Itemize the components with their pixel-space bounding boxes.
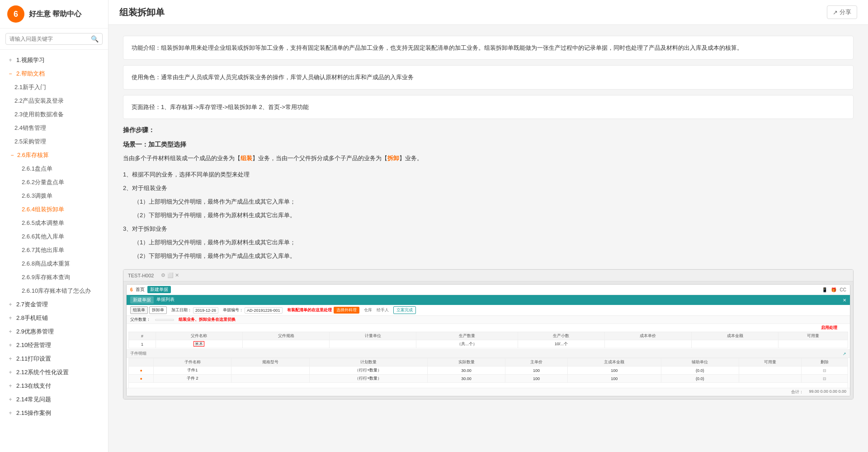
sidebar-item-2-3[interactable]: 2.3使用前数据准备	[0, 108, 108, 121]
annotation4-label: 无固定清单可组装在这里录入	[163, 396, 216, 396]
mock-form-tabs: 新建单据 单据列表	[130, 296, 175, 304]
sidebar-item-2-12[interactable]: + 2.12系统个性化设置	[0, 366, 108, 379]
mock-sub-cell-name2: 子件 2	[154, 375, 231, 383]
step-3-1: （1）上部明细为父件明细，最终作为原材料生成其它出库单；	[134, 237, 854, 248]
mock-sub-th-aux-unit: 辅助单位	[661, 358, 739, 366]
sidebar-item-2-5[interactable]: 2.5采购管理	[0, 135, 108, 148]
sidebar-item-2-6-9[interactable]: 2.6.9库存账本查询	[0, 271, 108, 284]
sidebar-item-label: 2.6.5成本调整单	[22, 219, 64, 227]
sidebar-item-2-6-5[interactable]: 2.6.5成本调整单	[0, 216, 108, 230]
sidebar-item-label: 2.6.7其他出库单	[22, 246, 64, 254]
sidebar-item-2-2[interactable]: 2.2产品安装及登录	[0, 94, 108, 108]
mock-sub-cell-plan2: （行行+数量）	[309, 375, 427, 383]
mock-btn-select[interactable]: 选择外科理	[334, 307, 359, 314]
share-button[interactable]: ↗ 分享	[827, 5, 857, 19]
mock-form-close[interactable]: ✕	[843, 298, 846, 303]
sidebar-item-2-10[interactable]: + 2.10经营管理	[0, 338, 108, 352]
sidebar-item-2-1[interactable]: 2.1新手入门	[0, 81, 108, 94]
expand-icon: +	[7, 396, 14, 403]
expand-icon: −	[7, 71, 14, 77]
mock-parent-th-decimal: 生产小数	[518, 332, 604, 340]
sidebar-item-2-14[interactable]: + 2.14常见问题	[0, 393, 108, 406]
mock-sub-header-expand[interactable]: ↗	[843, 352, 846, 356]
mock-form-header: 新建单据 单据列表 ✕	[127, 295, 850, 305]
mock-tab-list[interactable]: 单据列表	[156, 296, 175, 304]
sidebar-item-2-11[interactable]: + 2.11打印设置	[0, 352, 108, 366]
sidebar-item-2-6-1[interactable]: 2.6.1盘点单	[0, 162, 108, 176]
mock-logo: 6	[130, 287, 133, 292]
search-box[interactable]: 🔍	[5, 33, 103, 45]
mock-username: CC	[840, 287, 846, 292]
mock-parent-th-spec: 父件规格	[243, 332, 330, 340]
sidebar-item-2-6[interactable]: − 2.6库存核算	[0, 148, 108, 162]
sidebar-item-label: 2.6.4组装拆卸单	[22, 205, 64, 214]
mock-date-value[interactable]: 2019-12-26	[193, 307, 218, 314]
mock-btn-apply[interactable]: 立案完成	[393, 306, 416, 314]
mock-sub-th-actual-qty: 实际数量	[427, 358, 505, 366]
mock-sub-cell-name: 子件1	[154, 366, 231, 375]
mock-app: 6 首页 新建单据 📱 🎁 CC	[126, 284, 850, 396]
screenshot-bar-code: TEST-H002	[128, 273, 154, 278]
mock-sub-cell-del[interactable]: ⊟	[801, 366, 848, 375]
screenshot-bar: TEST-H002 ⚙ ⬜ ✕	[123, 270, 853, 281]
sidebar-item-2-6-4[interactable]: 2.6.4组装拆卸单	[0, 203, 108, 216]
search-input[interactable]	[9, 36, 91, 42]
mock-tab-new[interactable]: 新建单据	[130, 296, 154, 304]
sidebar-item-2[interactable]: − 2.帮助文档	[0, 67, 108, 81]
mock-sub-cell-price: 100	[505, 366, 568, 375]
mock-code-label: 单据编号：	[223, 307, 243, 313]
table-row: ● 子件 2 （行行+数量） 30.00 100 100 (0.0)	[129, 375, 848, 383]
sidebar-item-label: 2.3使用前数据准备	[14, 110, 64, 119]
scenario1-desc: 当由多个子件材料组装成一个成品的业务为【组装】业务，当由一个父件拆分成多个子产品…	[123, 152, 854, 164]
steps-list: 1、根据不同的业务，选择不同单据的类型来处理 2、对于组装业务 （1）上部明细为…	[123, 169, 854, 262]
sidebar-item-2-15[interactable]: + 2.15操作案例	[0, 406, 108, 420]
mock-code-value[interactable]: AD-20191226-001	[245, 307, 283, 314]
sidebar-item-label: 2.1新手入门	[14, 83, 46, 91]
mock-parent-th-cost-amt: 成本金额	[691, 332, 778, 340]
sidebar-item-2-6-10[interactable]: 2.6.10库存账本错了怎么办	[0, 284, 108, 298]
mock-sub-cell-sel2: ●	[129, 375, 154, 383]
step-2-2: （2）下部明细为子件明细，最终作为原材料生成其它出库单。	[134, 209, 854, 221]
sidebar-item-2-6-6[interactable]: 2.6.6其他入库单	[0, 230, 108, 243]
mock-sub-cell-del2[interactable]: ⊟	[801, 375, 848, 383]
mock-cell-avail	[778, 340, 848, 348]
mock-cell-unit	[330, 340, 416, 348]
sidebar-item-label: 2.6.1盘点单	[22, 165, 52, 173]
table-row: 1 米木 （共...个） 10/...个	[129, 340, 848, 348]
sidebar-item-label: 2.帮助文档	[16, 70, 45, 78]
sidebar-item-2-8[interactable]: + 2.8手机旺铺	[0, 311, 108, 325]
mock-sub-cell-cost: 100	[567, 366, 661, 375]
share-label: 分享	[840, 8, 851, 16]
mock-cell-name-input[interactable]: 米木	[193, 341, 204, 347]
step-2-1: （1）上部明细为父件明细，最终作为产成品生成其它入库单；	[134, 196, 854, 208]
step-3-2: （2）下部明细为子件明细，最终作为产成品生成其它入库单。	[134, 250, 854, 262]
mock-annotation3-row: 启用处理	[127, 324, 850, 332]
mock-sub-cell-spec2	[231, 375, 309, 383]
mock-cell-num: 1	[129, 340, 156, 348]
mock-parent-th-unit: 计量单位	[330, 332, 416, 340]
sidebar-item-2-9[interactable]: + 2.9优惠券管理	[0, 325, 108, 338]
sidebar-item-2-6-3[interactable]: 2.6.3调拨单	[0, 189, 108, 203]
sidebar-item-2-7[interactable]: + 2.7资金管理	[0, 298, 108, 311]
search-icon[interactable]: 🔍	[91, 35, 99, 43]
sidebar-item-label: 2.6.9库存账本查询	[22, 273, 70, 281]
mock-type-chaijie[interactable]: 拆卸单	[149, 306, 167, 314]
expand-icon: +	[7, 410, 14, 416]
mock-type-zhuangzu[interactable]: 组装单	[130, 306, 148, 314]
sidebar-item-2-4[interactable]: 2.4销售管理	[0, 121, 108, 135]
sidebar-item-2-6-2[interactable]: 2.6.2分量盘点单	[0, 176, 108, 189]
sidebar-item-2-6-8[interactable]: 2.6.8商品成本重算	[0, 257, 108, 271]
mock-sub-th-cost: 主成本金额	[567, 358, 661, 366]
mock-sub-qty-input[interactable]	[155, 319, 174, 321]
mock-cell-name: 米木	[156, 340, 242, 348]
function-intro-block: 功能介绍：组装拆卸单用来处理企业组装或拆卸等加工业务，支持有固定装配清单的产品加…	[123, 36, 854, 60]
sidebar-item-label: 2.7资金管理	[16, 300, 48, 309]
mock-sub-cell-cost2: 100	[567, 375, 661, 383]
path-text: 页面路径：1、库存核算->库存管理->组装拆卸单 2、首页->常用功能	[132, 104, 309, 110]
mock-sub-th-avail: 可用量	[739, 358, 801, 366]
mock-cell-cost-price	[604, 340, 691, 348]
sidebar-item-1[interactable]: + 1.视频学习	[0, 53, 108, 67]
screenshot-bar-icons: ⚙ ⬜ ✕	[161, 272, 179, 278]
sidebar-item-2-13[interactable]: + 2.13在线支付	[0, 379, 108, 393]
sidebar-item-2-6-7[interactable]: 2.6.7其他出库单	[0, 243, 108, 257]
